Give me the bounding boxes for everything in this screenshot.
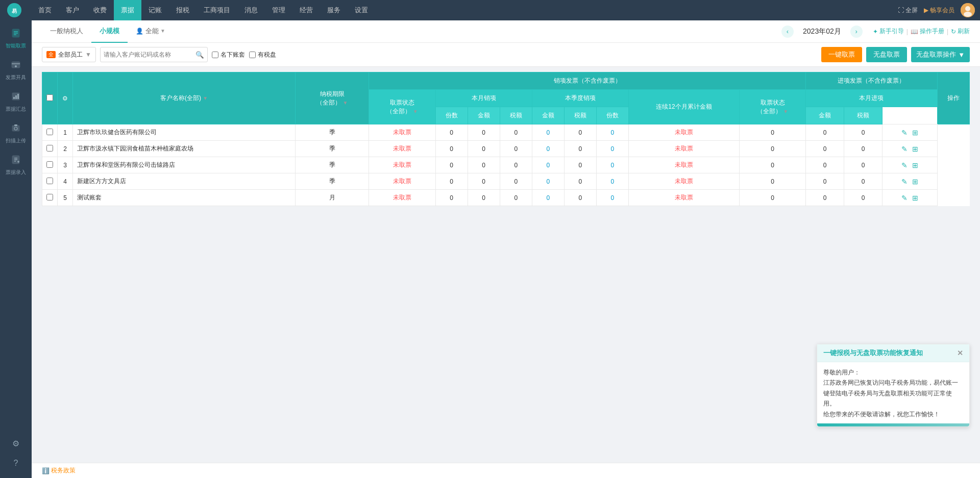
th-monthly-sales-tax: 税额 (500, 107, 532, 124)
tax-disk-label: 有税盘 (258, 51, 276, 59)
edit-icon[interactable]: ✎ (901, 194, 908, 202)
svg-rect-13 (13, 97, 15, 99)
new-guide-button[interactable]: ✦ 新手引导 (873, 27, 904, 36)
tax-policy-link[interactable]: ℹ️ 税务政策 (42, 466, 76, 475)
row-monthly-copies: 0 (435, 157, 468, 173)
svg-point-3 (965, 6, 970, 11)
svg-text:易: 易 (12, 8, 17, 14)
one-key-fetch-button[interactable]: 一键取票 (821, 47, 862, 62)
row-monthly-tax: 0 (500, 124, 532, 141)
tab-small-scale[interactable]: 小规模 (91, 20, 128, 43)
detail-icon[interactable]: ⊞ (912, 145, 918, 153)
client-filter-icon[interactable]: ▼ (203, 95, 208, 101)
nav-home[interactable]: 首页 (31, 0, 59, 20)
sidebar-item-invoice-summary[interactable]: 票据汇总 (0, 86, 32, 118)
detail-icon[interactable]: ⊞ (912, 194, 918, 202)
row-purchase-tax: 0 (844, 173, 883, 190)
row-checkbox-cell[interactable] (42, 173, 58, 190)
next-month-button[interactable]: › (850, 26, 863, 38)
sidebar-item-scan-upload[interactable]: 扫描上传 (0, 118, 32, 149)
sales-status-filter-icon[interactable]: ▼ (413, 109, 418, 114)
invoice-open-icon (11, 60, 21, 72)
th-sales-status: 取票状态 （全部） ▼ (369, 90, 435, 124)
nav-invoice[interactable]: 票据 (114, 0, 141, 20)
detail-icon[interactable]: ⊞ (912, 178, 918, 186)
bottom-bar: ℹ️ 税务政策 (32, 463, 980, 478)
refresh-button[interactable]: ↻ 刷新 (951, 27, 970, 36)
row-sales-status: 未取票 (369, 141, 435, 157)
detail-icon[interactable]: ⊞ (912, 129, 918, 137)
edit-icon[interactable]: ✎ (901, 161, 908, 169)
detail-icon[interactable]: ⊞ (912, 161, 918, 169)
tax-period-filter-icon[interactable]: ▼ (342, 100, 348, 106)
row-quarterly-amount: 0 (532, 124, 564, 141)
svg-rect-15 (17, 94, 19, 99)
sidebar-item-settings[interactable]: ⚙ (10, 434, 22, 454)
row-client-name: 新建区方方文具店 (73, 173, 296, 190)
dropdown-arrow-icon: ▼ (958, 51, 965, 59)
row-checkbox-cell[interactable] (42, 190, 58, 206)
nav-tax[interactable]: 报税 (169, 0, 197, 20)
tax-disk-checkbox[interactable] (249, 52, 256, 58)
row-checkbox[interactable] (46, 194, 53, 200)
nav-operation[interactable]: 经营 (292, 0, 320, 20)
th-client-name-label: 客户名称(全部) (160, 94, 201, 102)
tab-general-taxpayer[interactable]: 一般纳税人 (42, 20, 91, 43)
refresh-icon: ↻ (951, 28, 956, 35)
filter-group: 全 全部员工 ▼ 🔍 名下账套 有税盘 (42, 47, 276, 62)
sidebar-item-help[interactable]: ? (10, 454, 22, 473)
user-avatar[interactable] (961, 3, 975, 17)
row-tax-period: 月 (296, 190, 369, 206)
row-quarterly-tax: 0 (564, 124, 596, 141)
row-quarterly-amount: 0 (532, 157, 564, 173)
tax-disk-checkbox-label[interactable]: 有税盘 (249, 51, 276, 59)
member-button[interactable]: ▶ 畅享会员 (924, 6, 954, 15)
row-checkbox[interactable] (46, 145, 53, 152)
th-purchase-status: 取票状态 （全部） ▼ (739, 90, 805, 124)
notification-close-button[interactable]: ✕ (957, 349, 963, 357)
nav-customer[interactable]: 客户 (59, 0, 86, 20)
nav-manage[interactable]: 管理 (265, 0, 292, 20)
row-tax-period: 季 (296, 124, 369, 141)
fullscreen-icon: ⛶ (898, 7, 904, 14)
row-client-name: 卫辉市保和堂医药有限公司击辕路店 (73, 157, 296, 173)
row-checkbox-cell[interactable] (42, 157, 58, 173)
search-input[interactable] (104, 51, 195, 58)
row-monthly-tax: 0 (500, 157, 532, 173)
employee-dropdown-icon: ▼ (85, 51, 91, 58)
nav-service[interactable]: 服务 (320, 0, 348, 20)
no-disk-ops-button[interactable]: 无盘取票操作 ▼ (911, 47, 970, 62)
row-checkbox[interactable] (46, 161, 53, 168)
no-disk-fetch-button[interactable]: 无盘取票 (866, 47, 907, 62)
tab-all-capable[interactable]: 👤 全能 ▼ (128, 20, 174, 43)
select-all-checkbox[interactable] (46, 94, 53, 101)
edit-icon[interactable]: ✎ (901, 178, 908, 186)
row-checkbox[interactable] (46, 129, 53, 135)
sidebar-bottom: ⚙ ? (10, 434, 22, 478)
th-quarterly-sales-tax: 税额 (564, 107, 596, 124)
nav-billing[interactable]: 收费 (86, 0, 114, 20)
nav-settings[interactable]: 设置 (348, 0, 375, 20)
manual-button[interactable]: 📖 操作手册 (911, 27, 944, 36)
my-account-checkbox-label[interactable]: 名下账套 (212, 51, 245, 59)
row-checkbox-cell[interactable] (42, 124, 58, 141)
edit-icon[interactable]: ✎ (901, 145, 908, 153)
edit-icon[interactable]: ✎ (901, 129, 908, 137)
tab-bar: 一般纳税人 小规模 👤 全能 ▼ ‹ 2023年02月 › ✦ 新手引导 | (32, 20, 980, 43)
book-icon: 📖 (911, 28, 918, 35)
sidebar-item-intelligent-fetch[interactable]: 智能取票 (0, 23, 32, 55)
nav-business[interactable]: 工商项目 (197, 0, 237, 20)
row-checkbox-cell[interactable] (42, 141, 58, 157)
nav-bookkeeping[interactable]: 记账 (141, 0, 169, 20)
sidebar-item-invoice-open[interactable]: 发票开具 (0, 55, 32, 86)
sidebar-item-invoice-entry[interactable]: 票据录入 (0, 149, 32, 181)
search-button[interactable]: 🔍 (195, 51, 204, 59)
fullscreen-button[interactable]: ⛶ 全屏 (898, 6, 918, 15)
info-icon: ℹ️ (42, 467, 50, 474)
my-account-checkbox[interactable] (212, 52, 218, 58)
prev-month-button[interactable]: ‹ (781, 26, 794, 38)
row-checkbox[interactable] (46, 178, 53, 184)
employee-select-dropdown[interactable]: 全 全部员工 ▼ (42, 47, 96, 62)
purchase-status-filter-icon[interactable]: ▼ (783, 109, 788, 114)
nav-message[interactable]: 消息 (237, 0, 265, 20)
